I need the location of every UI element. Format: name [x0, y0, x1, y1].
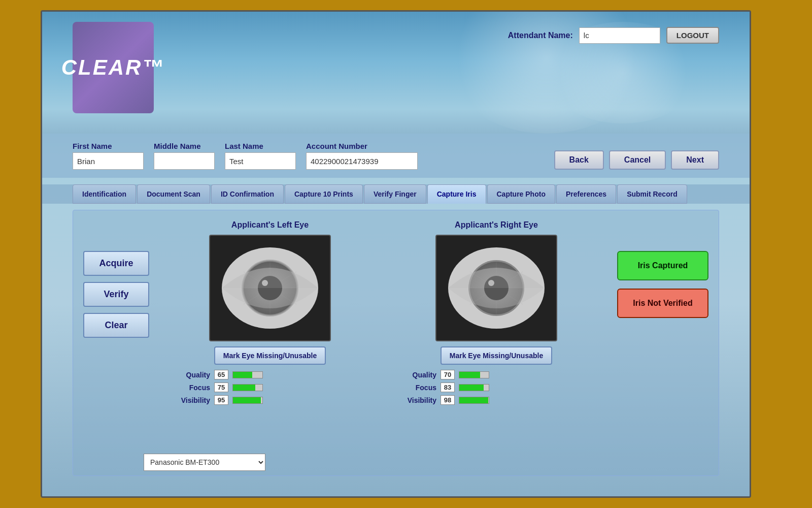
right-eye-quality-row: Quality 70	[401, 370, 592, 379]
tab-capture-10-prints[interactable]: Capture 10 Prints	[285, 184, 363, 204]
right-focus-label: Focus	[401, 384, 436, 392]
left-eye-quality-row: Quality 65	[175, 370, 365, 379]
left-eye-quality-area: Quality 65 Focus 75 Visibi	[164, 370, 376, 405]
tab-submit-record[interactable]: Submit Record	[617, 184, 687, 204]
clear-button[interactable]: Clear	[83, 313, 149, 338]
left-focus-value: 75	[214, 383, 228, 392]
right-eye-focus-row: Focus 83	[401, 383, 592, 392]
iris-not-verified-status: Iris Not Verified	[617, 289, 708, 318]
camera-select[interactable]: Panasonic BM-ET300	[144, 454, 265, 471]
right-eye-quality-area: Quality 70 Focus 83 Visibi	[391, 370, 602, 405]
last-name-input[interactable]	[225, 152, 296, 170]
left-eye-mark-button[interactable]: Mark Eye Missing/Unusable	[214, 346, 326, 365]
eyes-area: Applicant's Left Eye	[164, 220, 602, 465]
right-quality-value: 70	[441, 370, 455, 379]
right-quality-bar-bg	[459, 371, 489, 378]
right-focus-value: 83	[441, 383, 455, 392]
right-quality-bar-fill	[459, 372, 480, 378]
right-visibility-value: 98	[441, 395, 455, 405]
left-eye-panel: Applicant's Left Eye	[164, 220, 376, 465]
logout-button[interactable]: LOGOUT	[666, 27, 719, 44]
cancel-button[interactable]: Cancel	[609, 150, 666, 170]
iris-captured-status: Iris Captured	[617, 251, 708, 280]
right-eye-title: Applicant's Right Eye	[455, 220, 538, 230]
left-quality-bar-bg	[232, 371, 263, 378]
right-quality-label: Quality	[401, 371, 436, 379]
logo-box: CLEAR™	[73, 22, 154, 113]
account-number-label: Account Number	[306, 142, 418, 150]
tab-capture-iris[interactable]: Capture Iris	[427, 184, 486, 204]
left-eye-title: Applicant's Left Eye	[231, 220, 309, 230]
form-area: First Name Middle Name Last Name Account…	[42, 134, 750, 178]
first-name-field: First Name	[73, 142, 144, 170]
right-eye-image	[435, 235, 557, 341]
tab-id-confirmation[interactable]: ID Confirmation	[211, 184, 284, 204]
header: CLEAR™ Attendant Name: LOGOUT	[42, 12, 750, 134]
camera-area: Panasonic BM-ET300	[144, 454, 265, 471]
left-quality-value: 65	[214, 370, 228, 379]
tabs-area: Identification Document Scan ID Confirma…	[42, 184, 750, 204]
main-content: Acquire Verify Clear Applicant's Left Ey…	[73, 210, 719, 476]
right-eye-svg	[446, 242, 547, 334]
left-focus-bar-bg	[232, 384, 263, 391]
last-name-label: Last Name	[225, 142, 296, 150]
left-quality-bar-fill	[233, 372, 252, 378]
first-name-label: First Name	[73, 142, 144, 150]
acquire-button[interactable]: Acquire	[83, 251, 149, 276]
middle-name-input[interactable]	[154, 152, 215, 170]
nav-buttons: Back Cancel Next	[554, 150, 719, 170]
left-quality-label: Quality	[175, 371, 210, 379]
left-eye-image	[209, 235, 331, 341]
attendant-input[interactable]	[579, 27, 660, 44]
left-visibility-bar-bg	[232, 397, 263, 404]
left-visibility-label: Visibility	[175, 396, 210, 404]
main-screen: CLEAR™ Attendant Name: LOGOUT First Name…	[41, 10, 751, 498]
right-eye-visibility-row: Visibility 98	[401, 395, 592, 405]
logo-text: CLEAR™	[61, 55, 165, 80]
next-button[interactable]: Next	[671, 150, 719, 170]
right-visibility-bar-fill	[459, 397, 488, 403]
middle-name-label: Middle Name	[154, 142, 215, 150]
tab-preferences[interactable]: Preferences	[556, 184, 616, 204]
tab-verify-finger[interactable]: Verify Finger	[364, 184, 426, 204]
first-name-input[interactable]	[73, 152, 144, 170]
left-visibility-bar-fill	[233, 397, 261, 403]
left-eye-focus-row: Focus 75	[175, 383, 365, 392]
left-eye-visibility-row: Visibility 95	[175, 395, 365, 405]
tab-capture-photo[interactable]: Capture Photo	[487, 184, 555, 204]
tab-document-scan[interactable]: Document Scan	[137, 184, 210, 204]
right-visibility-bar-bg	[459, 397, 489, 404]
left-eye-svg	[219, 242, 321, 334]
verify-button[interactable]: Verify	[83, 282, 149, 307]
right-status-panel: Iris Captured Iris Not Verified	[617, 220, 708, 465]
tab-identification[interactable]: Identification	[73, 184, 136, 204]
account-number-field: Account Number	[306, 142, 418, 170]
attendant-area: Attendant Name: LOGOUT	[508, 27, 719, 44]
left-controls: Acquire Verify Clear	[83, 220, 149, 465]
left-focus-bar-fill	[233, 385, 255, 391]
right-eye-mark-button[interactable]: Mark Eye Missing/Unusable	[441, 346, 552, 365]
left-visibility-value: 95	[214, 395, 228, 405]
back-button[interactable]: Back	[554, 150, 604, 170]
left-focus-label: Focus	[175, 384, 210, 392]
attendant-label: Attendant Name:	[508, 31, 573, 40]
account-number-input[interactable]	[306, 152, 418, 170]
right-focus-bar-fill	[459, 385, 484, 391]
right-eye-panel: Applicant's Right Eye	[391, 220, 602, 465]
middle-name-field: Middle Name	[154, 142, 215, 170]
last-name-field: Last Name	[225, 142, 296, 170]
right-focus-bar-bg	[459, 384, 489, 391]
right-visibility-label: Visibility	[401, 396, 436, 404]
